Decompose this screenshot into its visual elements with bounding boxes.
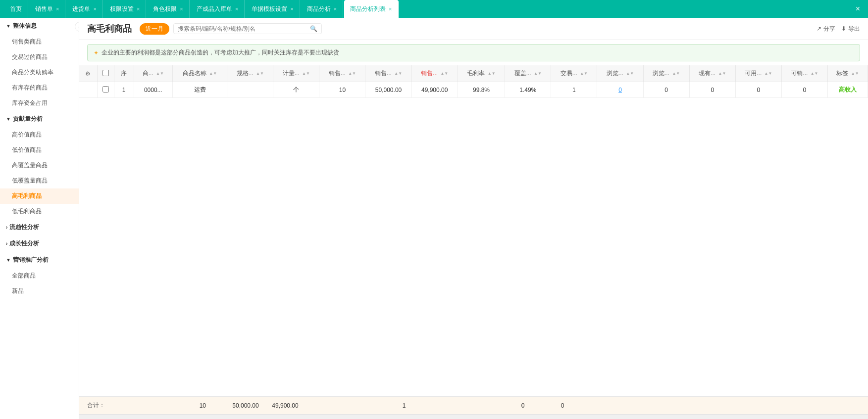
sidebar-item-low-coverage[interactable]: 低覆盖量商品 [0,173,79,188]
close-template-tab[interactable]: × [290,6,293,12]
sidebar-item-traded-goods[interactable]: 交易过的商品 [0,49,79,65]
sort-gross-margin: ▲▼ [488,72,496,76]
sidebar-item-category-assist[interactable]: 商品分类助购率 [0,65,79,80]
footer-spacer1 [305,402,345,409]
col-unit[interactable]: 计量... ▲▼ [273,65,319,82]
close-product-inbound-tab[interactable]: × [235,6,238,12]
col-settings[interactable]: ⚙ [79,65,97,82]
col-views2[interactable]: 浏览... ▲▼ [643,65,689,82]
sidebar-item-stock-capital[interactable]: 库存资金占用 [0,95,79,111]
col-code[interactable]: 商... ▲▼ [134,65,172,82]
content-header: 高毛利商品 近一月 🔍 ↗ 分享 ⬇ 导出 [79,18,868,40]
footer-label: 合计： [87,401,127,410]
sort-views2: ▲▼ [672,72,680,76]
search-input[interactable] [178,25,310,32]
nav-tab-roles[interactable]: 角色权限 × [147,0,189,18]
sidebar-item-high-coverage[interactable]: 高覆盖量商品 [0,158,79,173]
share-btn[interactable]: ↗ 分享 [817,25,835,33]
nav-tab-purchase[interactable]: 进货单 × [66,0,102,18]
filter-month-btn[interactable]: 近一月 [140,23,169,35]
nav-tab-template[interactable]: 单据模板设置 × [246,0,300,18]
sort-sellable-stock: ▲▼ [811,72,818,76]
col-sales-profit[interactable]: 销售... ▲▼ [411,65,458,82]
col-spec[interactable]: 规格... ▲▼ [227,65,273,82]
arrow-trend: › [6,225,7,230]
nav-tab-sales[interactable]: 销售单 × [29,0,65,18]
export-btn[interactable]: ⬇ 导出 [841,25,860,33]
col-sales-qty[interactable]: 销售... ▲▼ [319,65,365,82]
arrow-growth: › [6,241,7,246]
nav-tab-home[interactable]: 首页 [4,0,28,18]
close-analysis-tab[interactable]: × [334,6,337,12]
nav-tab-product-inbound[interactable]: 产成品入库单 × [191,0,245,18]
sidebar-item-new-goods[interactable]: 新品 [0,283,79,299]
sort-current-stock: ▲▼ [718,72,726,76]
col-name[interactable]: 商品名称 ▲▼ [172,65,227,82]
col-coverage[interactable]: 覆盖... ▲▼ [505,65,551,82]
col-sales-amount[interactable]: 销售... ▲▼ [365,65,411,82]
sort-spec: ▲▼ [256,72,264,76]
sidebar-item-high-margin[interactable]: 高毛利商品 [0,188,79,204]
sidebar-group-growth[interactable]: › 成长性分析 [0,235,79,252]
sort-views1: ▲▼ [626,72,634,76]
table-header-row: ⚙ 序 商... ▲▼ 商品名称 [79,65,868,82]
col-views1[interactable]: 浏览... ▲▼ [597,65,643,82]
sidebar-item-in-stock[interactable]: 有库存的商品 [0,80,79,95]
nav-tab-permissions[interactable]: 权限设置 × [104,0,146,18]
close-roles-tab[interactable]: × [180,6,183,12]
col-tag[interactable]: 标签 ▲▼ [828,65,868,82]
col-sellable-stock[interactable]: 可销... ▲▼ [781,65,827,82]
sidebar-group-trend[interactable]: › 流趋性分析 [0,219,79,235]
search-bar: 🔍 [173,23,322,34]
col-transaction[interactable]: 交易... ▲▼ [551,65,597,82]
sidebar-item-low-margin[interactable]: 低毛利商品 [0,204,79,219]
footer-spacer3 [424,402,463,409]
select-all-checkbox[interactable] [102,70,109,76]
close-analysis-list-tab[interactable]: × [389,6,392,12]
footer-sales-profit: 49,900.00 [265,402,305,409]
footer-values: 10 50,000.00 49,900.00 1 0 0 [127,402,860,409]
sidebar-group-overall[interactable]: ▼ 整体信息 [0,18,79,34]
footer-current-stock: 0 [503,402,543,409]
cell-transaction: 1 [551,82,597,98]
close-purchase-tab[interactable]: × [93,6,96,12]
cell-sales-qty: 10 [319,82,365,98]
col-gross-margin[interactable]: 毛利率 ▲▼ [458,65,505,82]
data-table: ⚙ 序 商... ▲▼ 商品名称 [79,65,868,98]
arrow-contribution: ▼ [6,116,11,122]
sidebar: « ▼ 整体信息 销售类商品 交易过的商品 商品分类助购率 有库存的商品 库存资… [0,18,79,419]
sidebar-item-sales-goods[interactable]: 销售类商品 [0,34,79,49]
horizontal-scrollbar[interactable] [79,414,868,419]
sidebar-item-all-goods[interactable]: 全部商品 [0,268,79,283]
cell-gross-margin: 99.8% [458,82,505,98]
nav-tab-analysis-list[interactable]: 商品分析列表 × [344,0,398,18]
nav-tab-analysis[interactable]: 商品分析 × [301,0,343,18]
cell-sales-profit: 49,900.00 [411,82,458,98]
share-icon: ↗ [817,25,821,32]
row-checkbox[interactable] [102,86,109,93]
sort-tag: ▲▼ [851,72,859,76]
sort-code: ▲▼ [156,72,164,76]
cell-checkbox [97,82,114,98]
close-all-tabs[interactable]: × [852,4,864,13]
sidebar-group-marketing[interactable]: ▼ 营销推广分析 [0,252,79,268]
cell-coverage: 1.49% [505,82,551,98]
footer-sales-amount: 50,000.00 [226,402,265,409]
arrow-marketing: ▼ [6,257,11,263]
close-permissions-tab[interactable]: × [137,6,140,12]
cell-settings [79,82,97,98]
cell-name: 运费 [172,82,227,98]
footer-spacer2 [345,402,384,409]
sidebar-item-low-value[interactable]: 低价值商品 [0,142,79,158]
footer-total: 合计： 10 50,000.00 49,900.00 1 0 0 [79,396,868,414]
info-banner: ✦ 企业的主要的利润都是这部分商品创造的，可考虑加大推广，同时关注库存是不要出现… [87,44,860,61]
sidebar-group-contribution[interactable]: ▼ 贡献量分析 [0,111,79,127]
search-icon[interactable]: 🔍 [310,25,317,32]
sidebar-item-high-value[interactable]: 高价值商品 [0,127,79,142]
cell-tag: 高收入 [828,82,868,98]
cell-views1[interactable]: 0 [597,82,643,98]
info-icon: ✦ [94,49,99,56]
col-current-stock[interactable]: 现有... ▲▼ [689,65,735,82]
close-sales-tab[interactable]: × [56,6,59,12]
col-available-stock[interactable]: 可用... ▲▼ [735,65,781,82]
